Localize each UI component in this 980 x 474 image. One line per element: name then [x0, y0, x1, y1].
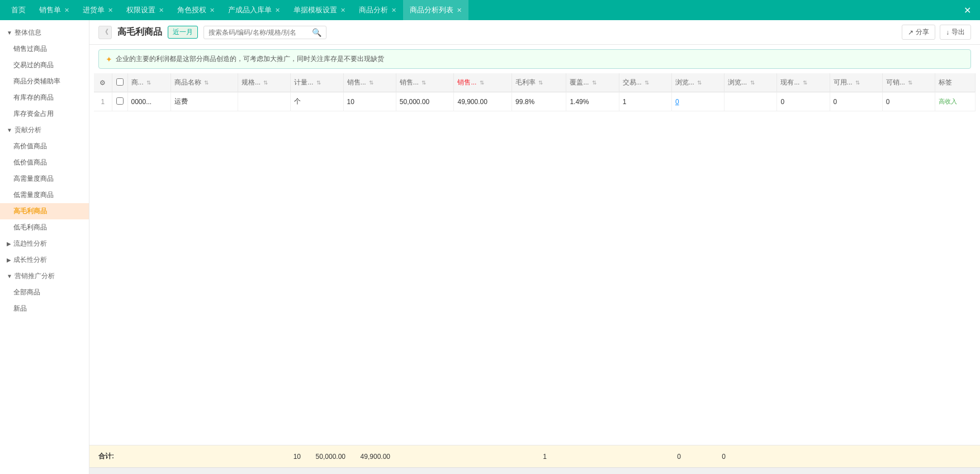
row-sales-cost: 49,900.00: [454, 92, 512, 111]
info-banner: ✦ 企业的主要的利润都是这部分商品创造的，可考虑加大推广，同时关注库存是不要出现…: [98, 49, 971, 69]
close-roles-tab[interactable]: ✕: [210, 7, 215, 14]
footer-available: 0: [684, 453, 729, 461]
main-layout: ▼ 整体信息 销售过商品 交易过的商品 商品分类辅助率 有库存的商品 库存资金占…: [0, 20, 980, 474]
sidebar-item-category-assist[interactable]: 商品分类辅助率: [0, 73, 89, 90]
footer-saleable: [729, 453, 774, 461]
search-box: 🔍: [203, 26, 326, 39]
sidebar-group-marketing[interactable]: ▼ 营销推广分析: [0, 268, 89, 284]
row-checkbox[interactable]: [116, 97, 124, 105]
tab-home[interactable]: 首页: [4, 0, 32, 20]
close-permissions-tab[interactable]: ✕: [159, 7, 164, 14]
select-all-checkbox[interactable]: [116, 78, 124, 86]
col-tag[interactable]: 标签: [935, 73, 976, 92]
sort-browse1-icon: ⇅: [697, 79, 702, 86]
col-sales-amt[interactable]: 销售... ⇅: [396, 73, 454, 92]
date-filter-button[interactable]: 近一月: [168, 26, 198, 39]
page-title: 高毛利商品: [117, 26, 162, 38]
close-template-tab[interactable]: ✕: [340, 7, 345, 14]
tab-permissions[interactable]: 权限设置 ✕: [120, 0, 171, 20]
col-browse2[interactable]: 浏览... ⇅: [725, 73, 777, 92]
sidebar-item-in-stock[interactable]: 有库存的商品: [0, 90, 89, 106]
search-input[interactable]: [209, 29, 312, 36]
col-spec[interactable]: 规格... ⇅: [238, 73, 291, 92]
sidebar-item-high-freq[interactable]: 高需量度商品: [0, 171, 89, 187]
row-unit: 个: [291, 92, 343, 111]
sort-current-stock-icon: ⇅: [803, 79, 807, 86]
col-current-stock[interactable]: 现有... ⇅: [777, 73, 830, 92]
row-name: 运费: [171, 92, 238, 111]
col-cover-rate[interactable]: 覆盖... ⇅: [566, 73, 619, 92]
row-code: 0000...: [127, 92, 171, 111]
sort-name-icon: ⇅: [204, 79, 209, 86]
sidebar-item-low-value[interactable]: 低价值商品: [0, 154, 89, 171]
sidebar-item-capital-occupy[interactable]: 库存资金占用: [0, 106, 89, 122]
row-check[interactable]: [112, 92, 127, 111]
row-browse1[interactable]: 0: [671, 92, 724, 111]
search-icon[interactable]: 🔍: [312, 28, 321, 37]
sort-sales-amt-icon: ⇅: [422, 79, 426, 86]
tab-products[interactable]: 产成品入库单 ✕: [221, 0, 287, 20]
sidebar-group-overall[interactable]: ▼ 整体信息: [0, 25, 89, 41]
sidebar-group-trend[interactable]: ▶ 流趋性分析: [0, 236, 89, 252]
arrow-trend-icon: ▶: [7, 241, 11, 247]
close-window-button[interactable]: ✕: [959, 5, 976, 16]
info-icon: ✦: [106, 55, 112, 64]
top-nav: 首页 销售单 ✕ 进货单 ✕ 权限设置 ✕ 角色授权 ✕ 产成品入库单 ✕ 单据…: [0, 0, 980, 20]
sidebar-group-financial[interactable]: ▼ 贡献分析: [0, 122, 89, 138]
sidebar-group-growth[interactable]: ▶ 成长性分析: [0, 252, 89, 268]
tab-purchase[interactable]: 进货单 ✕: [76, 0, 120, 20]
share-button[interactable]: ↗ 分享: [902, 25, 935, 40]
collapse-sidebar-button[interactable]: 《: [98, 26, 112, 39]
sidebar-item-high-value[interactable]: 高价值商品: [0, 138, 89, 154]
sidebar-item-new-goods[interactable]: 新品: [0, 301, 89, 317]
col-unit[interactable]: 计量... ⇅: [291, 73, 343, 92]
footer-sales-qty: 10: [136, 453, 304, 461]
col-settings[interactable]: ⚙: [94, 73, 112, 92]
export-icon: ↓: [946, 29, 949, 36]
sidebar-item-sales-goods[interactable]: 销售过商品: [0, 41, 89, 57]
col-name[interactable]: 商品名称 ⇅: [171, 73, 238, 92]
bottom-scrollbar[interactable]: [89, 467, 980, 474]
close-sales-tab[interactable]: ✕: [64, 7, 69, 14]
tab-analysis[interactable]: 商品分析 ✕: [352, 0, 403, 20]
col-sales-qty[interactable]: 销售... ⇅: [343, 73, 396, 92]
sidebar-item-low-freq[interactable]: 低需量度商品: [0, 187, 89, 203]
footer-sales-amt: 50,000.00: [304, 453, 349, 461]
settings-icon[interactable]: ⚙: [100, 79, 106, 87]
close-analysis-list-tab[interactable]: ✕: [457, 7, 462, 14]
sidebar-item-all-goods[interactable]: 全部商品: [0, 284, 89, 301]
header-actions: ↗ 分享 ↓ 导出: [902, 25, 971, 40]
col-saleable[interactable]: 可销... ⇅: [882, 73, 935, 92]
tab-roles[interactable]: 角色授权 ✕: [171, 0, 221, 20]
sidebar-item-high-profit[interactable]: 高毛利商品: [0, 203, 89, 219]
share-icon: ↗: [908, 29, 913, 36]
sort-gross-rate-icon: ⇅: [538, 79, 543, 86]
col-browse1[interactable]: 浏览... ⇅: [671, 73, 724, 92]
col-gross-rate[interactable]: 毛利率 ⇅: [512, 73, 566, 92]
sort-code-icon: ⇅: [146, 79, 151, 86]
data-table: ⚙ 商... ⇅ 商品名称 ⇅: [94, 73, 976, 111]
row-sales-amt: 50,000.00: [396, 92, 454, 111]
close-purchase-tab[interactable]: ✕: [108, 7, 113, 14]
sidebar-item-low-profit[interactable]: 低毛利商品: [0, 219, 89, 236]
row-trade-cnt: 1: [619, 92, 671, 111]
table-row: 1 0000... 运费 个 10 50,000.00 49,900.00 99…: [94, 92, 976, 111]
col-sales-cost[interactable]: 销售... ⇅: [454, 73, 512, 92]
tab-template[interactable]: 单据模板设置 ✕: [287, 0, 352, 20]
row-num: 1: [94, 92, 112, 111]
sidebar-item-traded-goods[interactable]: 交易过的商品: [0, 57, 89, 73]
row-current-stock: 0: [777, 92, 830, 111]
arrow-financial-icon: ▼: [7, 127, 12, 133]
close-analysis-tab[interactable]: ✕: [391, 7, 396, 14]
close-products-tab[interactable]: ✕: [275, 7, 280, 14]
export-button[interactable]: ↓ 导出: [940, 25, 971, 40]
col-code[interactable]: 商... ⇅: [127, 73, 171, 92]
tab-sales[interactable]: 销售单 ✕: [32, 0, 76, 20]
content-area: 《 高毛利商品 近一月 🔍 ↗ 分享 ↓ 导出 ✦ 企业的主要的利润都是这部: [89, 20, 980, 474]
arrow-marketing-icon: ▼: [7, 273, 12, 279]
tab-analysis-list[interactable]: 商品分析列表 ✕: [403, 0, 468, 20]
footer-values: 10 50,000.00 49,900.00 1 0 0: [136, 453, 971, 461]
col-check[interactable]: [112, 73, 127, 92]
col-available[interactable]: 可用... ⇅: [830, 73, 882, 92]
col-trade-cnt[interactable]: 交易... ⇅: [619, 73, 671, 92]
